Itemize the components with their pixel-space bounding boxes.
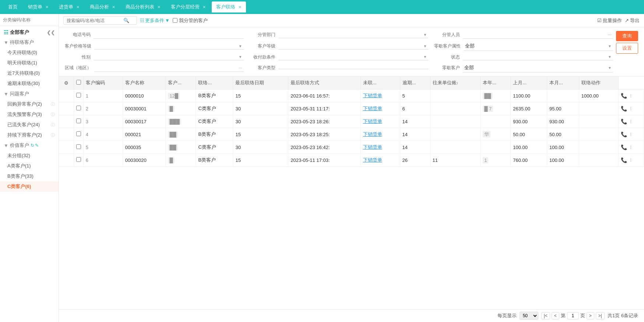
batch-op-btn[interactable]: ☑ 批量操作 (597, 17, 622, 24)
customer-type-select[interactable] (278, 67, 429, 69)
region-select[interactable]: ··· (94, 64, 244, 72)
retail-attr-select[interactable]: 全部 ▼ (464, 42, 613, 51)
more-icon[interactable]: ⁝ (630, 157, 631, 163)
row-last-contact-method[interactable]: 下销货单 (360, 154, 400, 167)
row-check[interactable] (76, 157, 81, 162)
col-gear[interactable]: ⚙ (59, 77, 74, 89)
table-row: 2 00030001 █ C类客户 30 2023-05-31 11:17: 下… (59, 102, 644, 115)
row-check[interactable] (76, 118, 81, 123)
row-checkbox[interactable] (74, 115, 83, 128)
sidebar-item-7days[interactable]: 近7天待联络(0) (0, 68, 59, 78)
nav-tab-purchase[interactable]: 进货单 ✕ (54, 1, 84, 13)
manager-select[interactable]: ··· (463, 31, 613, 39)
call-icon[interactable]: 📞 (621, 118, 627, 124)
call-icon[interactable]: 📞 (621, 93, 627, 99)
nav-tab-sales-close[interactable]: ✕ (45, 5, 49, 10)
sidebar-item-declining[interactable]: 持续下滑客户(2) ⓘ (0, 130, 59, 140)
my-customers-check[interactable] (173, 18, 177, 23)
customer-level-select[interactable]: ▼ (278, 43, 429, 50)
sidebar-group-pending[interactable]: ▼ 待联络客户 (0, 37, 59, 47)
nav-tab-sales[interactable]: 销货单 ✕ (24, 1, 53, 13)
main-search-input[interactable] (67, 18, 122, 23)
nav-tab-analysis[interactable]: 商品分析 ✕ (85, 1, 120, 13)
sidebar-item-today[interactable]: 今天待联络(0) (0, 47, 59, 58)
more-icon[interactable]: ⁝ (630, 144, 631, 150)
row-type: C类客户 (196, 141, 233, 154)
nav-tab-customer-contact[interactable]: 客户联络 ✕ (212, 1, 246, 13)
row-checkbox[interactable] (74, 141, 83, 154)
row-check[interactable] (76, 106, 81, 110)
row-checkbox[interactable] (74, 128, 83, 141)
page-size-select[interactable]: 50 100 200 (520, 312, 538, 320)
sidebar-search-input[interactable] (3, 17, 58, 22)
nav-tab-customer-contact-close[interactable]: ✕ (238, 5, 242, 10)
page-input[interactable] (567, 312, 579, 319)
row-last-contact-method[interactable]: 下销货单 (360, 89, 400, 102)
row-checkbox[interactable] (74, 102, 83, 115)
next-page-btn[interactable]: > (587, 312, 594, 319)
more-icon[interactable]: ⁝ (630, 93, 631, 99)
row-last-contact-method[interactable]: 下销货单 (360, 102, 400, 115)
sidebar-item-c-customers[interactable]: C类客户(6) (0, 181, 59, 192)
collapse-icon[interactable]: ❮❮ (47, 30, 55, 35)
sidebar-group-value[interactable]: ▼ 价值客户 ↻ ✎ (0, 140, 59, 151)
row-check[interactable] (76, 131, 81, 136)
settings-button[interactable]: 设置 (616, 43, 638, 54)
nav-tab-customer-layer-close[interactable]: ✕ (203, 5, 206, 10)
row-check[interactable] (76, 144, 81, 149)
nav-tab-analysis-close[interactable]: ✕ (112, 5, 115, 10)
nav-tab-analysis-list[interactable]: 商品分析列表 ✕ (121, 1, 165, 13)
my-customers-checkbox[interactable]: 我分管的客户 (173, 17, 208, 24)
call-icon[interactable]: 📞 (621, 106, 627, 112)
sidebar-item-a-customers[interactable]: A类客户(1) (0, 161, 59, 171)
sidebar-item-churn-warning[interactable]: 流失预警客户(3) ⓘ (0, 109, 59, 120)
nav-tab-customer-layer[interactable]: 客户分层经营 ✕ (166, 1, 210, 13)
gender-select[interactable]: ▼ (94, 54, 244, 60)
select-all-checkbox[interactable] (76, 80, 81, 85)
sidebar-item-b-customers[interactable]: B类客户(33) (0, 171, 59, 181)
nav-tab-analysis-list-close[interactable]: ✕ (157, 5, 161, 10)
call-icon[interactable]: 📞 (621, 157, 627, 163)
row-checkbox[interactable] (74, 89, 83, 102)
export-btn[interactable]: ↗ 导出 (625, 17, 640, 24)
status-select[interactable]: ▼ (463, 54, 613, 60)
sidebar-all-customers[interactable]: ☷ 全部客户 ❮❮ (0, 26, 59, 37)
more-icon[interactable]: ⁝ (630, 118, 631, 124)
row-type: B类客户 (196, 89, 233, 102)
nav-tab-customer-layer-label: 客户分层经营 (171, 4, 200, 10)
sidebar-item-unclassified[interactable]: 未分组(32) (0, 151, 59, 161)
sidebar-item-abnormal[interactable]: 回购异常客户(2) ⓘ (0, 99, 59, 109)
phone-input[interactable] (94, 31, 244, 39)
edit-icon[interactable]: ✎ (35, 143, 39, 148)
row-actions: 📞 ⁝ (618, 128, 644, 141)
row-check[interactable] (76, 93, 81, 98)
payment-select[interactable]: ▼ (278, 54, 429, 60)
more-conditions-btn[interactable]: ☷ 更多条件 ▼ (140, 17, 170, 24)
row-last-contact-method[interactable]: 下销货单 (360, 128, 400, 141)
query-button[interactable]: 查询 (616, 31, 638, 41)
first-page-btn[interactable]: |< (541, 312, 550, 319)
more-icon[interactable]: ⁝ (630, 131, 631, 137)
refresh-icon[interactable]: ↻ (31, 143, 34, 148)
row-this-month (579, 141, 618, 154)
call-icon[interactable]: 📞 (621, 131, 627, 137)
row-unlink-days: 6 (400, 102, 430, 115)
price-level-select[interactable]: ▼ (94, 43, 244, 50)
dept-select[interactable]: ▼ (278, 32, 429, 38)
sidebar-group-problem[interactable]: ▼ 问题客户 (0, 89, 59, 99)
retail-customer-select[interactable]: 全部 ▼ (463, 63, 613, 72)
row-last-contact-method[interactable]: 下销货单 (360, 141, 400, 154)
main-search-icon[interactable]: 🔍 (123, 18, 129, 23)
nav-tab-purchase-close[interactable]: ✕ (76, 5, 80, 10)
sidebar-item-overdue[interactable]: 逾期未联络(30) (0, 78, 59, 89)
row-checkbox[interactable] (74, 154, 83, 167)
nav-tab-home[interactable]: 首页 (4, 1, 22, 13)
row-gear (59, 102, 74, 115)
sidebar-item-churned[interactable]: 已流失客户(24) ⓘ (0, 120, 59, 130)
row-last-contact-method[interactable]: 下销货单 (360, 115, 400, 128)
last-page-btn[interactable]: >| (596, 312, 605, 319)
more-icon[interactable]: ⁝ (630, 106, 631, 112)
sidebar-item-tomorrow[interactable]: 明天待联络(1) (0, 58, 59, 68)
call-icon[interactable]: 📞 (621, 144, 627, 150)
prev-page-btn[interactable]: < (552, 312, 559, 319)
